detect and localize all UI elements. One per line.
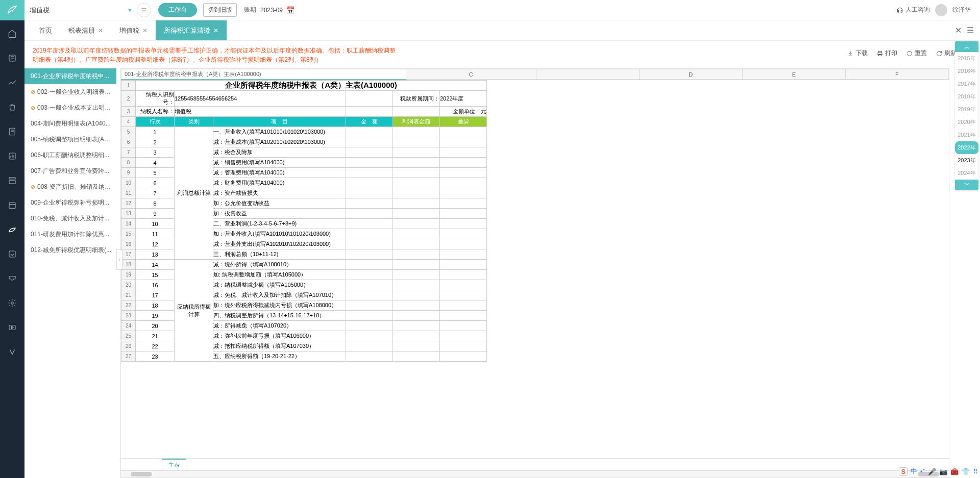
chevron-down-icon: ▾ [128, 6, 132, 14]
org-name: 增值税 [30, 6, 50, 15]
switch-old-button[interactable]: 切到旧版 [203, 3, 237, 17]
period-value[interactable]: 2023-09 [260, 7, 283, 14]
app-logo [0, 0, 24, 20]
customer-service-label: 人工咨询 [905, 6, 930, 14]
avatar[interactable] [935, 4, 947, 16]
headset-icon [896, 7, 903, 14]
console-button[interactable]: 工作台 [158, 3, 197, 17]
customer-service[interactable]: 人工咨询 [896, 6, 930, 14]
list-icon-button[interactable] [137, 3, 151, 17]
org-selector[interactable]: 增值税 ▾ [30, 6, 132, 15]
user-name: 徐泽华 [952, 6, 971, 14]
calendar-icon[interactable]: 📅 [286, 6, 295, 14]
period-label: 账期 [244, 6, 256, 14]
top-bar: 增值税 ▾ 工作台 切到旧版 账期 2023-09 📅 人工咨询 徐泽华 [0, 0, 980, 20]
